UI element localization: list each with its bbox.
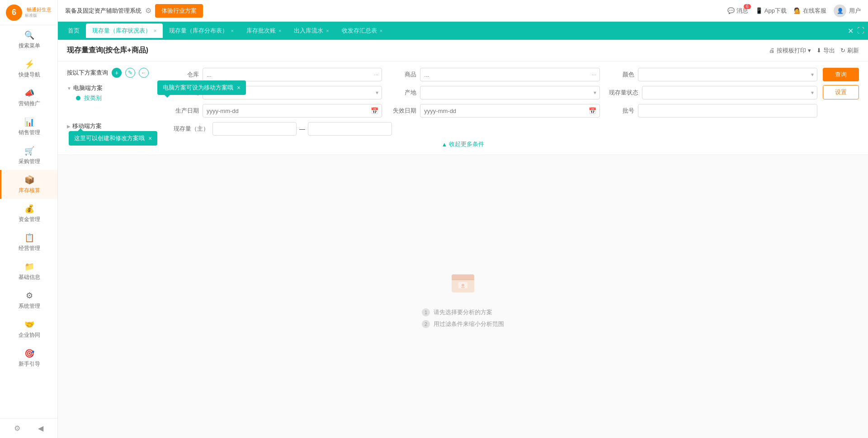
scheme-mobile-toggle[interactable]: ▶: [67, 124, 71, 129]
sidebar-item-corp[interactable]: 🤝 企业协同: [0, 315, 57, 344]
sidebar-item-purchase[interactable]: 🛒 采购管理: [0, 141, 57, 170]
tab-home[interactable]: 首页: [61, 24, 86, 38]
tab-inventory-dist[interactable]: 现存量（库存分布表） ×: [163, 24, 240, 38]
sidebar-item-inventory[interactable]: 📦 库存核算: [0, 170, 57, 199]
online-service-button[interactable]: 💁 在线客服: [794, 7, 826, 15]
tooltip-desktop-scheme: 电脑方案可设为移动方案哦 ×: [157, 80, 246, 95]
tab-fullscreen-icon[interactable]: ⛶: [857, 27, 864, 35]
tab-batch-account-label: 库存批次账: [246, 27, 276, 35]
tab-inventory-dist-close[interactable]: ×: [231, 28, 233, 33]
sidebar-item-marketing[interactable]: 📣 营销推广: [0, 83, 57, 112]
filter-add-button[interactable]: +: [112, 68, 122, 78]
scheme-desktop-children: 按类别: [67, 93, 166, 103]
stock-main-start-input[interactable]: [212, 122, 297, 136]
tab-inout-flow-close[interactable]: ×: [326, 28, 329, 33]
page-actions: 🖨 按模板打印 ▾ ⬇ 导出 ↻ 刷新: [769, 47, 859, 55]
settings-icon[interactable]: ⚙: [14, 424, 20, 433]
sidebar-item-guide[interactable]: 🎯 新手引导: [0, 344, 57, 372]
color-label: 颜色: [609, 71, 634, 79]
filter-arrow-button[interactable]: ←: [139, 68, 149, 78]
filter-origin-field: 产地: [391, 86, 599, 99]
warehouse-input[interactable]: [203, 68, 382, 81]
filter-fields-panel: 仓库 ··· 商品 ···: [174, 68, 859, 136]
system-icon: ⚙: [26, 291, 33, 301]
filter-edit-button[interactable]: ✎: [125, 68, 135, 78]
stock-main-end-input[interactable]: [308, 122, 392, 136]
trial-button[interactable]: 体验行业方案: [155, 4, 203, 18]
refresh-icon: ↻: [840, 47, 845, 54]
corp-icon: 🤝: [24, 320, 34, 330]
sidebar-item-label: 新手引导: [19, 360, 40, 368]
color-select[interactable]: [638, 68, 817, 81]
tooltip2-close-icon[interactable]: ×: [148, 135, 152, 142]
tab-receive-summary[interactable]: 收发存汇总表 ×: [335, 24, 389, 38]
search-icon: 🔍: [24, 30, 34, 40]
tooltip1-close-icon[interactable]: ×: [237, 84, 241, 91]
tab-inventory-status[interactable]: 现存量（库存状况表） ×: [86, 24, 163, 38]
collapse-sidebar-icon[interactable]: ◀: [38, 424, 43, 433]
batch-input[interactable]: [638, 104, 817, 118]
app-download-label: App下载: [764, 7, 787, 15]
tab-batch-account[interactable]: 库存批次账 ×: [240, 24, 288, 38]
goods-input[interactable]: [420, 68, 599, 81]
chevron-up-icon: ▲: [442, 141, 448, 148]
stock-status-select[interactable]: [642, 86, 817, 99]
tab-receive-summary-label: 收发存汇总表: [342, 27, 377, 35]
scheme-mobile-label: 移动端方案: [72, 122, 102, 130]
message-button[interactable]: 💬 消息 6: [727, 7, 748, 15]
tooltip-create-scheme: 这里可以创建和修改方案哦 ×: [69, 131, 157, 146]
prod-date-calendar-icon[interactable]: 📅: [371, 107, 378, 114]
filter-scheme-panel: 按以下方案查询 + ✎ ← 电脑方案可设为移动方案哦 × ▼: [67, 68, 166, 131]
warehouse-label: 仓库: [174, 71, 199, 79]
tooltip1-text: 电脑方案可设为移动方案哦: [163, 84, 233, 92]
tab-receive-summary-close[interactable]: ×: [380, 28, 382, 33]
warehouse-dots-icon[interactable]: ···: [374, 71, 378, 78]
sidebar-nav: 🔍 搜索菜单 ⚡ 快捷导航 📣 营销推广 📊 销售管理 🛒 采购管理 📦: [0, 25, 57, 418]
avatar: 👤: [834, 5, 846, 17]
tab-close-all-icon[interactable]: ✕: [848, 27, 854, 35]
sidebar-item-label: 资金管理: [19, 216, 40, 223]
sidebar-item-system[interactable]: ⚙ 系统管理: [0, 286, 57, 315]
svg-rect-1: [452, 274, 474, 280]
expire-date-start-input[interactable]: [420, 104, 599, 118]
sidebar-item-label: 营销推广: [19, 100, 40, 108]
page-title: 现存量查询(按仓库+商品): [67, 46, 148, 55]
sidebar: 6 畅通好生意 标准版 🔍 搜索菜单 ⚡ 快捷导航 📣 营销推广 📊 销售管理: [0, 0, 58, 438]
sidebar-item-sales[interactable]: 📊 销售管理: [0, 112, 57, 141]
search-button[interactable]: 查询: [823, 68, 859, 81]
system-name: 装备及固定资产辅助管理系统: [65, 7, 142, 15]
ops-icon: 📋: [24, 233, 34, 243]
set-button[interactable]: 设置: [823, 85, 859, 99]
collapse-row: ▲ 收起更多条件: [67, 140, 859, 148]
scheme-desktop-item[interactable]: ▼ 电脑端方案: [67, 83, 166, 93]
scheme-desktop-child-item[interactable]: 按类别: [76, 93, 166, 103]
app-container: 6 畅通好生意 标准版 🔍 搜索菜单 ⚡ 快捷导航 📣 营销推广 📊 销售管理: [0, 0, 868, 438]
topbar-gear-icon[interactable]: ⚙: [145, 6, 151, 15]
refresh-button[interactable]: ↻ 刷新: [840, 47, 859, 55]
user-menu[interactable]: 👤 用户: [834, 5, 861, 17]
tab-batch-account-close[interactable]: ×: [278, 28, 281, 33]
goods-dots-icon[interactable]: ···: [592, 71, 596, 78]
filter-batch-field: 批号: [609, 104, 817, 118]
sidebar-item-search[interactable]: 🔍 搜索菜单: [0, 25, 57, 54]
sidebar-item-label: 企业协同: [19, 331, 40, 339]
print-button[interactable]: 🖨 按模板打印 ▾: [769, 47, 811, 55]
sidebar-item-label: 库存核算: [19, 187, 40, 194]
export-button[interactable]: ⬇ 导出: [816, 47, 835, 55]
prod-date-start-input[interactable]: [203, 104, 382, 118]
scheme-desktop-toggle[interactable]: ▼: [67, 86, 71, 91]
app-download-button[interactable]: 📱 App下载: [755, 7, 787, 15]
sidebar-item-finance[interactable]: 💰 资金管理: [0, 199, 57, 228]
main-content: 装备及固定资产辅助管理系统 ⚙ 体验行业方案 💬 消息 6 📱 App下载 💁 …: [58, 0, 868, 438]
collapse-button[interactable]: ▲ 收起更多条件: [442, 140, 485, 148]
tab-inout-flow[interactable]: 出入库流水 ×: [288, 24, 335, 38]
sidebar-item-ops[interactable]: 📋 经营管理: [0, 228, 57, 257]
quick-icon: ⚡: [24, 59, 34, 69]
origin-select[interactable]: [420, 86, 599, 99]
sidebar-item-basic[interactable]: 📁 基础信息: [0, 257, 57, 286]
message-icon: 💬: [727, 7, 735, 14]
expire-date-calendar-icon[interactable]: 📅: [589, 107, 596, 114]
sidebar-item-quick[interactable]: ⚡ 快捷导航: [0, 54, 57, 83]
tab-inventory-status-close[interactable]: ×: [154, 28, 156, 33]
page-header: 现存量查询(按仓库+商品) 🖨 按模板打印 ▾ ⬇ 导出 ↻ 刷新: [58, 40, 868, 61]
